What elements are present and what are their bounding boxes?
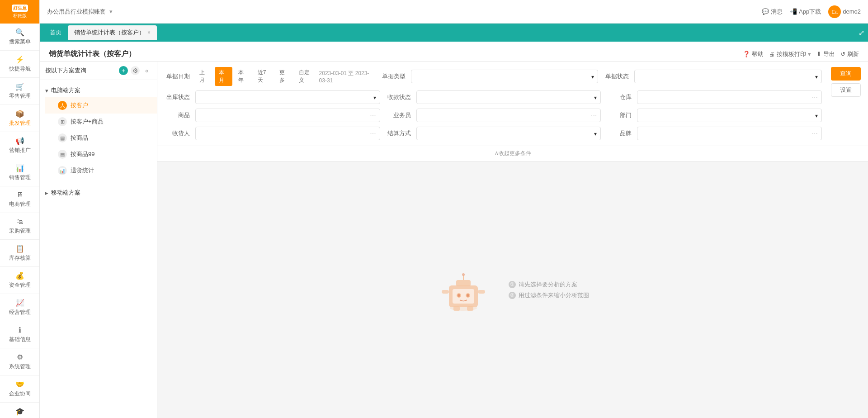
collect-status-select[interactable] xyxy=(416,90,601,104)
refresh-btn[interactable]: ↺ 刷新 xyxy=(840,50,859,58)
brand-ellipsis[interactable]: ··· xyxy=(812,129,818,138)
finance-icon: 💰 xyxy=(15,271,24,280)
sidebar-item-ecommerce[interactable]: 🖥 电商管理 xyxy=(0,186,39,213)
tab-close-icon[interactable]: × xyxy=(147,29,151,36)
sidebar-item-label: 经营管理 xyxy=(9,309,31,316)
filter-panel: 单据日期 上月 本月 本年 近7天 更多 自定义 2023-03-01 至 20… xyxy=(157,62,868,146)
help-btn[interactable]: ❓ 帮助 xyxy=(743,50,764,58)
goods-ellipsis[interactable]: ··· xyxy=(370,111,376,119)
collect-status-chevron xyxy=(594,94,597,101)
scheme-settings-btn[interactable]: ⚙ xyxy=(131,66,140,75)
print-dropdown-icon[interactable]: ▾ xyxy=(808,51,811,57)
out-status-label: 出库状态 xyxy=(165,93,190,101)
scheme-collapse-btn[interactable]: « xyxy=(142,66,151,75)
date-range-display: 2023-03-01 至 2023-03-31 xyxy=(319,70,375,84)
tab-home[interactable]: 首页 xyxy=(43,25,68,40)
salesperson-select[interactable]: ··· xyxy=(416,109,601,122)
sidebar-item-inventory[interactable]: 📋 库存核算 xyxy=(0,240,39,267)
help-icon: ❓ xyxy=(743,51,750,57)
date-btn-this-year[interactable]: 本年 xyxy=(234,67,252,86)
dept-label: 部门 xyxy=(606,111,632,119)
sidebar-item-quicknav[interactable]: ⚡ 快捷导航 xyxy=(0,51,39,78)
scheme-item-goods99[interactable]: ▤ 按商品99 xyxy=(45,146,157,162)
filter-row-1: 单据日期 上月 本月 本年 近7天 更多 自定义 2023-03-01 至 20… xyxy=(165,67,822,86)
svg-rect-11 xyxy=(478,290,485,294)
date-btn-7days[interactable]: 近7天 xyxy=(254,67,274,86)
sidebar-item-system[interactable]: ⚙ 系统管理 xyxy=(0,348,39,375)
newbie-icon: 🎓 xyxy=(15,407,24,416)
sidebar-item-basic[interactable]: ℹ 基础信息 xyxy=(0,321,39,348)
scheme-item-returns[interactable]: 📊 退货统计 xyxy=(45,162,157,179)
filter-row-2: 出库状态 收款状态 仓库 xyxy=(165,90,822,104)
tab-sales-stats[interactable]: 销货单统计计表（按客户） × xyxy=(68,25,157,40)
main-area: 办公用品行业模拟账套 ▾ 💬 消息 📲 App下载 Ea demo2 首页 xyxy=(40,0,868,418)
warehouse-ellipsis[interactable]: ··· xyxy=(812,93,818,101)
doc-status-select[interactable] xyxy=(634,70,822,83)
mobile-section-header[interactable]: 移动端方案 xyxy=(40,186,157,200)
settings-button[interactable]: 设置 xyxy=(831,83,861,97)
dept-select[interactable] xyxy=(637,109,822,122)
sidebar: 好生意 标账版 🔍 搜索菜单 ⚡ 快捷导航 🛒 零售管理 📦 批发管理 📢 营销… xyxy=(0,0,40,418)
goods-icon: ▤ xyxy=(58,133,67,142)
mobile-expand-icon xyxy=(45,190,48,196)
receiver-ellipsis[interactable]: ··· xyxy=(370,129,376,138)
sidebar-item-marketing[interactable]: 📢 营销推广 xyxy=(0,132,39,159)
avatar: Ea xyxy=(828,5,841,18)
user-profile[interactable]: Ea demo2 xyxy=(828,5,861,18)
add-scheme-btn[interactable]: + xyxy=(119,66,128,75)
date-btn-this-month[interactable]: 本月 xyxy=(215,67,232,86)
industry-dropdown-icon[interactable]: ▾ xyxy=(109,8,113,15)
empty-state: ① 请先选择要分析的方案 ② 用过滤条件来缩小分析范围 xyxy=(157,162,868,418)
customer-icon: 人 xyxy=(58,101,67,110)
export-btn[interactable]: ⬇ 导出 xyxy=(816,50,835,58)
sidebar-item-retail[interactable]: 🛒 零售管理 xyxy=(0,78,39,105)
sidebar-item-label: 基础信息 xyxy=(9,336,31,343)
main-layout: 按以下方案查询 + ⚙ « 电脑端方案 人 按客户 xyxy=(40,62,868,418)
expand-icon[interactable]: ⤢ xyxy=(859,28,864,37)
empty-tips: ① 请先选择要分析的方案 ② 用过滤条件来缩小分析范围 xyxy=(509,280,589,299)
date-btn-last-month[interactable]: 上月 xyxy=(195,67,213,86)
filter-content: 单据日期 上月 本月 本年 近7天 更多 自定义 2023-03-01 至 20… xyxy=(157,62,868,418)
logo-icon: 好生意 xyxy=(12,5,28,12)
sidebar-item-search[interactable]: 🔍 搜索菜单 xyxy=(0,24,39,51)
collapse-bar[interactable]: ∧ 收起更多条件 xyxy=(157,146,868,162)
doc-type-chevron xyxy=(591,73,594,80)
goods-select[interactable]: ··· xyxy=(195,109,380,122)
dept-chevron xyxy=(815,112,818,119)
search-button[interactable]: 查询 xyxy=(831,67,861,81)
home-tab-label: 首页 xyxy=(50,28,61,37)
date-btn-custom[interactable]: 自定义 xyxy=(295,67,317,86)
scheme-item-goods[interactable]: ▤ 按商品 xyxy=(45,130,157,146)
salesperson-label: 业务员 xyxy=(386,111,411,119)
app-download-btn[interactable]: 📲 App下载 xyxy=(790,8,821,16)
sidebar-item-wholesale[interactable]: 📦 批发管理 xyxy=(0,105,39,132)
doc-type-select[interactable] xyxy=(411,70,599,83)
sidebar-item-sales[interactable]: 📊 销售管理 xyxy=(0,159,39,186)
header-right: 💬 消息 📲 App下载 Ea demo2 xyxy=(762,5,861,18)
date-btn-more[interactable]: 更多 xyxy=(275,67,293,86)
brand-select[interactable]: ··· xyxy=(637,127,822,140)
sidebar-item-newbie[interactable]: 🎓 新手引导 xyxy=(0,403,39,418)
print-icon: 🖨 xyxy=(769,51,775,57)
collab-icon: 🤝 xyxy=(15,380,24,389)
tip-text-1: 请先选择要分析的方案 xyxy=(519,280,577,289)
industry-label: 办公用品行业模拟账套 xyxy=(47,8,106,16)
username: demo2 xyxy=(843,8,861,15)
salesperson-ellipsis[interactable]: ··· xyxy=(591,111,597,119)
print-btn[interactable]: 🖨 按模板打印 ▾ xyxy=(769,50,811,58)
settlement-select[interactable] xyxy=(416,127,601,140)
scheme-item-customer[interactable]: 人 按客户 xyxy=(45,97,157,114)
receiver-select[interactable]: ··· xyxy=(195,127,380,140)
sidebar-item-collab[interactable]: 🤝 企业协同 xyxy=(0,375,39,403)
scheme-item-customer-goods[interactable]: ⊞ 按客户+商品 xyxy=(45,114,157,130)
message-btn[interactable]: 💬 消息 xyxy=(762,8,783,16)
sidebar-item-purchase[interactable]: 🛍 采购管理 xyxy=(0,213,39,240)
warehouse-select[interactable]: ··· xyxy=(637,90,822,104)
goods-label: 商品 xyxy=(165,111,190,119)
sidebar-item-operations[interactable]: 📈 经营管理 xyxy=(0,294,39,321)
sidebar-item-finance[interactable]: 💰 资金管理 xyxy=(0,267,39,294)
svg-point-5 xyxy=(458,294,460,297)
sidebar-item-label: 采购管理 xyxy=(9,227,31,235)
out-status-select[interactable] xyxy=(195,90,380,104)
desktop-section-header[interactable]: 电脑端方案 xyxy=(40,84,157,97)
